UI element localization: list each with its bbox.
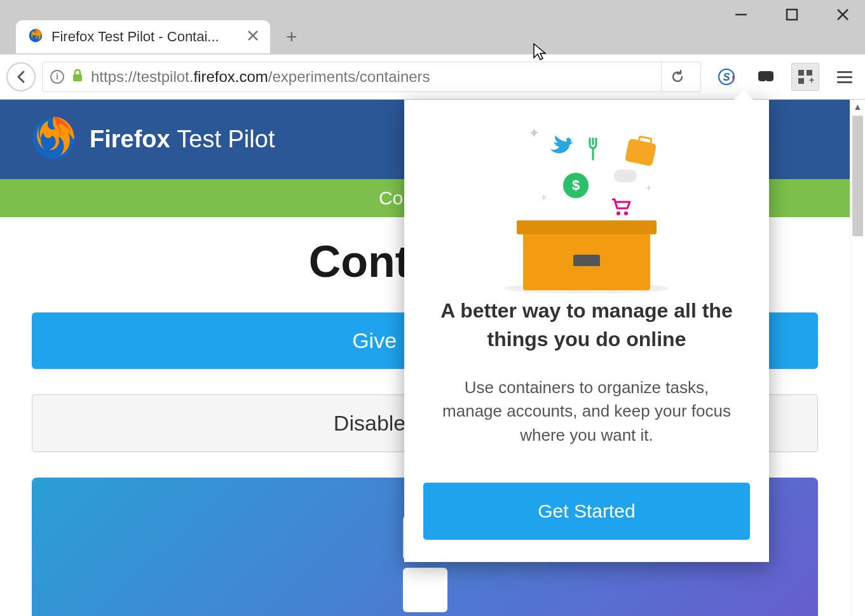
site-info-icon[interactable]: i	[50, 70, 64, 84]
dollar-symbol: $	[572, 177, 580, 194]
svg-point-16	[616, 211, 620, 215]
window-maximize-button[interactable]	[782, 5, 801, 24]
hero-tile	[403, 568, 447, 612]
hamburger-icon	[837, 71, 852, 83]
popup-heading: A better way to manage all the things yo…	[436, 297, 737, 354]
svg-point-17	[624, 211, 628, 215]
new-tab-button[interactable]: +	[286, 26, 297, 48]
firefox-icon	[27, 27, 44, 46]
tab-title: Firefox Test Pilot - Contai...	[51, 29, 219, 45]
containers-toolbar-button[interactable]: +	[791, 63, 819, 91]
window-minimize-button[interactable]	[732, 5, 751, 24]
svg-text:+: +	[809, 75, 814, 85]
sparkle-icon: ✦	[528, 125, 540, 142]
extension-goggle-icon[interactable]	[752, 63, 780, 91]
brand-bold: Firefox	[90, 126, 170, 152]
url-path: /experiments/containers	[268, 68, 430, 85]
hamburger-menu-button[interactable]	[831, 63, 859, 91]
url-text: https://testpilot.firefox.com/experiment…	[91, 68, 430, 86]
fork-icon	[589, 138, 597, 165]
popup-illustration: ✦ $ + +	[423, 122, 750, 290]
box-icon	[523, 234, 650, 290]
reload-button[interactable]	[661, 62, 693, 91]
tab-close-button[interactable]	[247, 29, 259, 45]
toolbar-icons: S! +	[712, 63, 859, 91]
browser-tab[interactable]: Firefox Test Pilot - Contai...	[16, 20, 270, 53]
scrollbar[interactable]: ▲	[850, 100, 865, 616]
cloud-icon	[614, 170, 637, 182]
dollar-icon: $	[563, 173, 589, 198]
svg-rect-7	[73, 74, 82, 81]
get-started-button[interactable]: Get Started	[423, 483, 750, 540]
svg-text:S: S	[723, 72, 730, 83]
briefcase-icon	[625, 138, 657, 166]
address-bar[interactable]: i https://testpilot.firefox.com/experime…	[42, 62, 701, 92]
onboarding-popup: ✦ $ + + A better way to manage all the t…	[404, 100, 769, 562]
popup-arrow-icon	[733, 90, 754, 100]
site-brand: Firefox Test Pilot	[90, 126, 275, 153]
window-controls	[732, 0, 852, 29]
popup-body: Use containers to organize tasks, manage…	[439, 376, 734, 448]
sparkle-icon: +	[541, 192, 547, 203]
firefox-logo-icon	[29, 114, 78, 166]
window-close-button[interactable]	[833, 5, 852, 24]
bird-icon	[550, 135, 573, 159]
scrollbar-thumb[interactable]	[852, 116, 863, 236]
brand-thin: Test Pilot	[177, 126, 275, 152]
back-button[interactable]	[6, 62, 36, 91]
svg-rect-13	[798, 78, 804, 84]
cart-icon	[611, 198, 631, 220]
url-prefix: https://testpilot.	[91, 68, 193, 85]
extension-s-icon[interactable]: S!	[712, 63, 740, 91]
sparkle-icon: +	[646, 182, 651, 194]
url-domain: firefox.com	[193, 68, 268, 85]
svg-rect-1	[787, 10, 797, 20]
svg-text:!: !	[732, 74, 735, 84]
tab-strip: Firefox Test Pilot - Contai... +	[16, 19, 297, 54]
svg-rect-11	[798, 70, 804, 76]
scroll-up-arrow-icon[interactable]: ▲	[850, 102, 865, 112]
lock-icon	[72, 69, 83, 85]
